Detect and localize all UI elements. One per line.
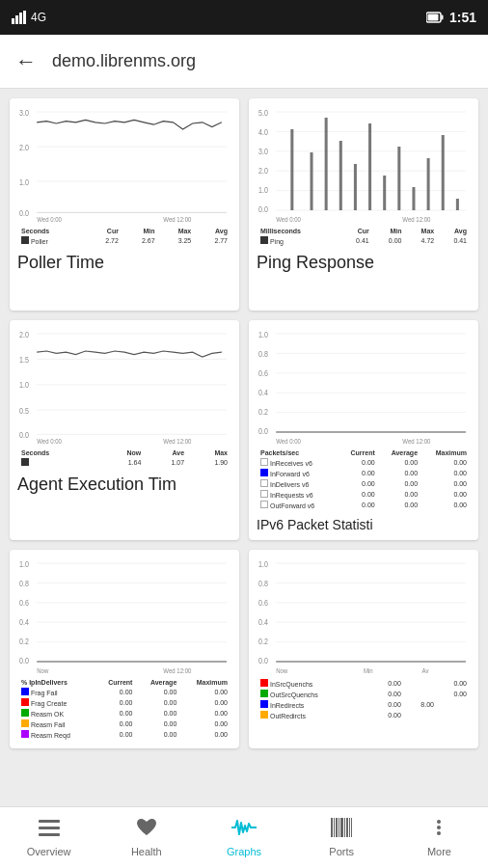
graph-row-2: 2.0 1.5 1.0 0.5 0.0 Wed 0:00 Wed 12:00 [10, 320, 478, 540]
graphs-content: 3.0 2.0 1.0 0.0 Wed 0:00 Wed 12:00 [0, 89, 488, 806]
svg-text:0.6: 0.6 [258, 599, 268, 609]
svg-text:3.0: 3.0 [258, 148, 268, 157]
svg-text:Wed 0:00: Wed 0:00 [37, 438, 62, 444]
svg-rect-3 [23, 11, 26, 24]
svg-text:Wed 0:00: Wed 0:00 [276, 438, 301, 444]
svg-text:0.2: 0.2 [258, 407, 268, 417]
svg-text:Wed 0:00: Wed 0:00 [276, 216, 301, 222]
wave-icon [231, 818, 257, 843]
svg-text:1.0: 1.0 [19, 177, 29, 187]
svg-text:2.0: 2.0 [258, 166, 268, 176]
barcode-icon [331, 818, 352, 843]
ipv6-packet-card: 1.0 0.8 0.6 0.4 0.2 0.0 Wed 0:00 Wed 12:… [249, 320, 478, 540]
svg-text:Wed 12:00: Wed 12:00 [163, 216, 191, 222]
ipv6-packet-chart: 1.0 0.8 0.6 0.4 0.2 0.0 Wed 0:00 Wed 12:… [257, 328, 471, 444]
svg-rect-103 [39, 827, 60, 829]
svg-text:0.4: 0.4 [258, 617, 268, 627]
svg-rect-102 [39, 820, 60, 823]
svg-text:0.8: 0.8 [19, 579, 29, 588]
agent-execution-title: Agent Execution Tim [17, 475, 231, 495]
svg-text:0.8: 0.8 [258, 349, 268, 359]
svg-text:0.2: 0.2 [258, 637, 268, 646]
svg-point-116 [437, 831, 441, 835]
nav-overview[interactable]: Overview [0, 818, 97, 857]
svg-rect-108 [339, 818, 339, 837]
health-label: Health [131, 846, 162, 857]
signal-icon [12, 11, 27, 24]
src-quenches-chart: 1.0 0.8 0.6 0.4 0.2 0.0 Now Min Av [257, 557, 471, 673]
svg-text:2.0: 2.0 [19, 143, 29, 152]
svg-rect-40 [412, 187, 415, 210]
svg-text:0.0: 0.0 [19, 657, 29, 666]
status-bar: 4G 1:51 [0, 0, 488, 35]
src-quenches-card: 1.0 0.8 0.6 0.4 0.2 0.0 Now Min Av [249, 550, 478, 748]
svg-text:Wed 12:00: Wed 12:00 [163, 438, 191, 444]
svg-text:1.0: 1.0 [258, 185, 268, 195]
nav-health[interactable]: Health [97, 818, 195, 857]
status-left: 4G [12, 11, 46, 24]
svg-text:0.0: 0.0 [19, 430, 29, 440]
dots-icon [428, 818, 449, 843]
ipv6-packet-title: IPv6 Packet Statisti [257, 517, 471, 532]
status-right: 1:51 [426, 10, 476, 25]
battery-icon [426, 11, 444, 24]
poller-time-card: 3.0 2.0 1.0 0.0 Wed 0:00 Wed 12:00 [10, 98, 239, 311]
svg-rect-32 [290, 129, 293, 210]
svg-text:0.0: 0.0 [258, 427, 268, 437]
svg-rect-36 [354, 164, 357, 210]
ping-response-title: Ping Response [257, 253, 471, 273]
ipv6-packet-legend: Packets/secCurrentAverageMaximum InRecei… [257, 448, 471, 511]
svg-point-115 [437, 826, 441, 829]
svg-text:Wed 12:00: Wed 12:00 [163, 667, 191, 673]
svg-point-114 [437, 820, 441, 824]
svg-rect-42 [442, 135, 445, 210]
agent-execution-legend: SecondsNowAveMax 1.641.071.90 [17, 448, 231, 469]
ports-label: Ports [329, 846, 354, 857]
ping-response-legend: MillisecondsCurMinMaxAvg Ping 0.410.004.… [257, 226, 471, 247]
svg-rect-34 [325, 118, 328, 210]
svg-rect-109 [340, 818, 343, 837]
svg-text:4.0: 4.0 [258, 127, 268, 137]
svg-text:Min: Min [364, 667, 373, 673]
poller-time-chart: 3.0 2.0 1.0 0.0 Wed 0:00 Wed 12:00 [17, 106, 231, 222]
svg-text:Wed 12:00: Wed 12:00 [402, 216, 430, 222]
svg-rect-37 [368, 123, 371, 210]
svg-text:Av: Av [422, 667, 430, 673]
svg-text:0.4: 0.4 [258, 388, 268, 397]
svg-text:0.0: 0.0 [258, 205, 268, 215]
graphs-label: Graphs [227, 846, 261, 857]
svg-rect-112 [349, 818, 350, 837]
poller-time-legend: SecondsCurMinMaxAvg Poller 2.722.673.252… [17, 226, 231, 247]
svg-rect-104 [39, 833, 60, 836]
more-label: More [427, 846, 451, 857]
svg-text:Wed 12:00: Wed 12:00 [402, 438, 430, 444]
svg-text:0.0: 0.0 [258, 657, 268, 666]
svg-rect-5 [441, 15, 443, 20]
svg-text:5.0: 5.0 [258, 108, 268, 118]
svg-rect-107 [336, 818, 338, 837]
svg-text:Now: Now [276, 667, 287, 673]
svg-text:0.5: 0.5 [19, 406, 29, 416]
ip-frag-chart: 1.0 0.8 0.6 0.4 0.2 0.0 Now Wed 12:00 [17, 557, 231, 673]
svg-rect-2 [19, 13, 22, 24]
top-bar: ← demo.librenms.org [0, 35, 488, 89]
svg-rect-35 [339, 141, 342, 210]
svg-rect-38 [383, 176, 386, 210]
svg-rect-43 [456, 199, 459, 210]
svg-text:2.0: 2.0 [19, 330, 29, 339]
svg-text:0.8: 0.8 [258, 579, 268, 588]
nav-more[interactable]: More [391, 818, 488, 857]
nav-ports[interactable]: Ports [293, 818, 391, 857]
graph-row-1: 3.0 2.0 1.0 0.0 Wed 0:00 Wed 12:00 [10, 98, 478, 311]
svg-rect-105 [331, 818, 333, 837]
svg-rect-39 [397, 147, 400, 210]
agent-execution-chart: 2.0 1.5 1.0 0.5 0.0 Wed 0:00 Wed 12:00 [17, 328, 231, 444]
svg-text:0.6: 0.6 [258, 369, 268, 379]
svg-rect-1 [15, 15, 18, 24]
nav-graphs[interactable]: Graphs [195, 818, 292, 857]
svg-rect-110 [344, 818, 345, 837]
svg-rect-33 [311, 152, 313, 210]
back-button[interactable]: ← [15, 49, 37, 74]
time-display: 1:51 [449, 10, 476, 25]
svg-rect-113 [351, 818, 352, 837]
